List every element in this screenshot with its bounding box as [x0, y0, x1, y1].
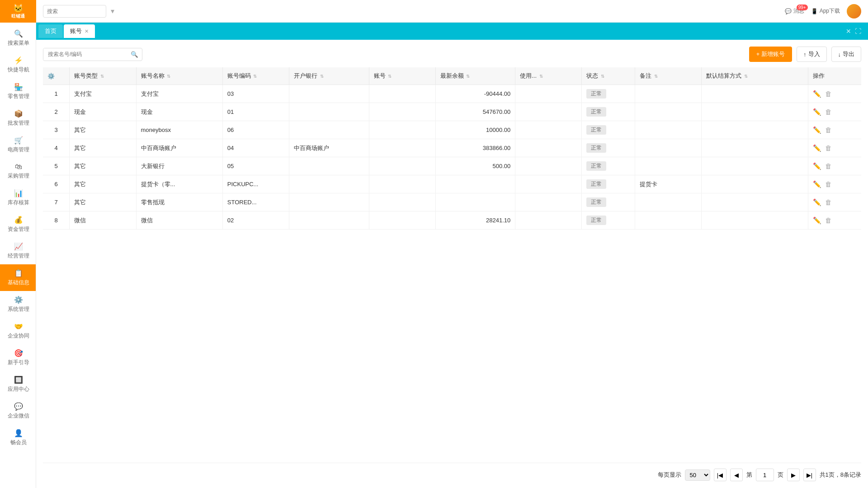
sort-code-icon: ⇅: [253, 74, 257, 79]
col-default-header[interactable]: 默认结算方式 ⇅: [702, 67, 808, 85]
cell-account-1: [369, 103, 435, 121]
status-badge-6: 正常: [586, 197, 606, 207]
cell-bank-3: 中百商场账户: [289, 139, 369, 157]
col-code-header[interactable]: 账号编码 ⇅: [222, 67, 289, 85]
last-page-button[interactable]: ▶|: [803, 469, 816, 481]
cell-type-0: 支付宝: [70, 85, 136, 103]
table-row: 2 现金 现金 01 547670.00 正常 ✏️ 🗑: [43, 103, 861, 121]
header-dropdown-icon[interactable]: ▾: [111, 7, 114, 15]
sidebar-item-search-menu[interactable]: 🔍搜索菜单: [0, 25, 36, 52]
sidebar-item-finance[interactable]: 💰资金管理: [0, 211, 36, 238]
top-search-input[interactable]: [43, 5, 106, 18]
message-button[interactable]: 💬 消息 99+: [785, 7, 804, 15]
col-bank-header[interactable]: 开户银行 ⇅: [289, 67, 369, 85]
cell-balance-6: [435, 193, 515, 211]
col-status-header[interactable]: 状态 ⇅: [582, 67, 635, 85]
tab-home[interactable]: 首页: [38, 24, 63, 38]
next-page-button[interactable]: ▶: [787, 469, 800, 481]
edit-icon-2[interactable]: ✏️: [813, 126, 821, 134]
export-button[interactable]: ↓ 导出: [831, 47, 862, 62]
table-row: 4 其它 中百商场账户 04 中百商场账户 383866.00 正常 ✏️ 🗑: [43, 139, 861, 157]
delete-icon-2[interactable]: 🗑: [825, 126, 832, 134]
tab-actions: ✕ ⛶: [846, 28, 866, 35]
user-avatar[interactable]: [847, 4, 861, 19]
delete-icon-0[interactable]: 🗑: [825, 90, 832, 98]
cell-type-6: 其它: [70, 193, 136, 211]
sidebar-item-inventory[interactable]: 📊库存核算: [0, 184, 36, 211]
sort-status-icon: ⇅: [601, 74, 604, 79]
cell-code-5: PICKUPC...: [222, 175, 289, 193]
sidebar-label-wholesale: 批发管理: [8, 119, 29, 127]
sidebar-item-operations[interactable]: 📈经营管理: [0, 238, 36, 264]
col-name-header[interactable]: 账号名称 ⇅: [136, 67, 222, 85]
sidebar-item-purchase[interactable]: 🛍采购管理: [0, 158, 36, 184]
sort-account-icon: ⇅: [388, 74, 392, 79]
edit-icon-4[interactable]: ✏️: [813, 162, 821, 170]
cell-default-5: [702, 175, 808, 193]
edit-icon-1[interactable]: ✏️: [813, 108, 821, 116]
sidebar-icon-ecommerce: 🛒: [14, 136, 23, 145]
table-wrapper: ⚙️ 账号类型 ⇅ 账号名称 ⇅ 账号编码 ⇅ 开户银行 ⇅ 账号 ⇅ 最新余额…: [43, 67, 861, 463]
col-account-header[interactable]: 账号 ⇅: [369, 67, 435, 85]
search-submit-button[interactable]: 🔍: [127, 48, 142, 61]
status-badge-5: 正常: [586, 179, 606, 189]
import-label: 导入: [808, 50, 820, 58]
delete-icon-3[interactable]: 🗑: [825, 144, 832, 152]
delete-icon-1[interactable]: 🗑: [825, 108, 832, 116]
page-number-input[interactable]: [756, 469, 774, 481]
sidebar-item-retail[interactable]: 🏪零售管理: [0, 78, 36, 105]
edit-icon-7[interactable]: ✏️: [813, 216, 821, 225]
import-button[interactable]: ↑ 导入: [797, 47, 827, 62]
add-account-button[interactable]: + 新增账号: [749, 47, 792, 62]
col-remark-header[interactable]: 备注 ⇅: [635, 67, 702, 85]
tab-accounts[interactable]: 账号 ✕: [64, 24, 95, 38]
col-use-header[interactable]: 使用... ⇅: [515, 67, 582, 85]
sidebar-item-basic-info[interactable]: 📋基础信息: [0, 264, 36, 291]
cell-type-2: 其它: [70, 121, 136, 139]
sidebar-icon-basic-info: 📋: [14, 269, 23, 277]
sidebar-item-quick-nav[interactable]: ⚡快捷导航: [0, 52, 36, 78]
edit-icon-5[interactable]: ✏️: [813, 180, 821, 188]
prev-page-button[interactable]: ◀: [730, 469, 743, 481]
sidebar-label-enterprise-wechat: 企业微信: [8, 412, 29, 420]
col-type-header[interactable]: 账号类型 ⇅: [70, 67, 136, 85]
delete-icon-5[interactable]: 🗑: [825, 180, 832, 188]
pagination-bar: 每页显示 50 100 200 |◀ ◀ 第 页 ▶ ▶| 共1页，8条记录: [43, 463, 861, 481]
delete-icon-4[interactable]: 🗑: [825, 162, 832, 170]
sidebar-item-ecommerce[interactable]: 🛒电商管理: [0, 131, 36, 158]
tab-expand-icon[interactable]: ⛶: [855, 28, 861, 35]
tab-close-all-icon[interactable]: ✕: [846, 28, 851, 35]
tab-accounts-close-icon[interactable]: ✕: [85, 28, 89, 34]
edit-icon-6[interactable]: ✏️: [813, 198, 821, 206]
sidebar-item-app-center[interactable]: 🔲应用中心: [0, 371, 36, 398]
sidebar-icon-wholesale: 📦: [14, 109, 23, 118]
cell-status-7: 正常: [582, 211, 635, 230]
edit-icon-0[interactable]: ✏️: [813, 90, 821, 98]
table-row: 3 其它 moneybosx 06 10000.00 正常 ✏️ 🗑: [43, 121, 861, 139]
delete-icon-7[interactable]: 🗑: [825, 216, 832, 224]
first-page-button[interactable]: |◀: [714, 469, 726, 481]
sidebar-item-enterprise[interactable]: 🤝企业协同: [0, 318, 36, 344]
edit-icon-3[interactable]: ✏️: [813, 144, 821, 152]
account-search-input[interactable]: [43, 48, 127, 60]
cell-action-6: ✏️ 🗑: [808, 193, 861, 211]
sidebar-item-wholesale[interactable]: 📦批发管理: [0, 105, 36, 131]
delete-icon-6[interactable]: 🗑: [825, 198, 832, 206]
sidebar-item-enterprise-wechat[interactable]: 💬企业微信: [0, 398, 36, 424]
cell-action-5: ✏️ 🗑: [808, 175, 861, 193]
page-size-select[interactable]: 50 100 200: [685, 469, 710, 481]
add-account-label: + 新增账号: [756, 50, 785, 58]
cell-action-0: ✏️ 🗑: [808, 85, 861, 103]
sidebar-item-new-guide[interactable]: 🎯新手引导: [0, 344, 36, 371]
cell-type-1: 现金: [70, 103, 136, 121]
import-icon: ↑: [803, 51, 807, 58]
col-settings[interactable]: ⚙️: [43, 67, 70, 85]
accounts-table: ⚙️ 账号类型 ⇅ 账号名称 ⇅ 账号编码 ⇅ 开户银行 ⇅ 账号 ⇅ 最新余额…: [43, 67, 861, 230]
cell-name-2: moneybosx: [136, 121, 222, 139]
col-balance-header[interactable]: 最新余额 ⇅: [435, 67, 515, 85]
sidebar-item-system[interactable]: ⚙️系统管理: [0, 291, 36, 318]
cell-name-0: 支付宝: [136, 85, 222, 103]
app-download-button[interactable]: 📱 App下载: [811, 7, 840, 15]
sidebar-icon-retail: 🏪: [14, 83, 23, 91]
sidebar-item-member[interactable]: 👤畅会员: [0, 424, 36, 451]
